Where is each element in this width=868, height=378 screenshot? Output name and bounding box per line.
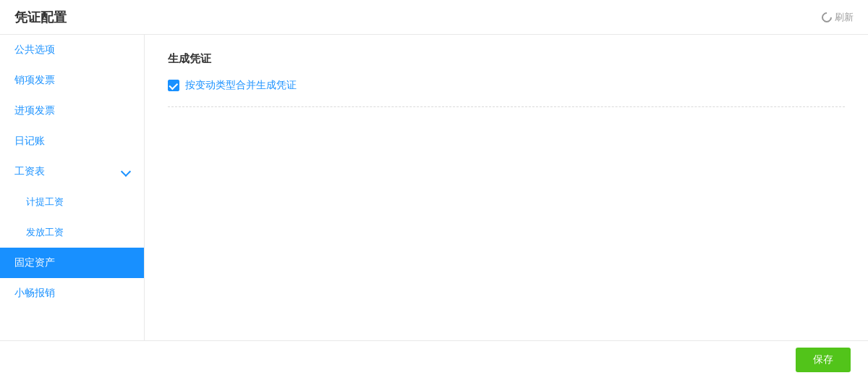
sidebar-item-journal[interactable]: 日记账: [0, 126, 144, 156]
main-layout: 公共选项 销项发票 进项发票 日记账 工资表 计提工资 发放工资 固定资产 小畅…: [0, 35, 868, 340]
sidebar-item-label: 计提工资: [26, 196, 64, 209]
divider: [168, 106, 845, 107]
sidebar-item-label: 固定资产: [14, 256, 55, 269]
sidebar-item-payroll-payment[interactable]: 发放工资: [0, 217, 144, 248]
refresh-label: 刷新: [835, 11, 854, 24]
save-button[interactable]: 保存: [796, 348, 851, 372]
refresh-button[interactable]: 刷新: [822, 11, 854, 24]
sidebar-item-fixed-assets[interactable]: 固定资产: [0, 248, 144, 278]
section-title: 生成凭证: [168, 52, 845, 66]
sidebar-item-label: 工资表: [14, 165, 45, 178]
sidebar-item-label: 日记账: [14, 135, 45, 148]
sidebar-item-label: 销项发票: [14, 74, 55, 87]
page-header: 凭证配置 刷新: [0, 0, 868, 35]
sidebar-item-label: 发放工资: [26, 226, 64, 239]
chevron-down-icon: [121, 167, 131, 177]
checkbox-label[interactable]: 按变动类型合并生成凭证: [185, 79, 297, 92]
content-area: 生成凭证 按变动类型合并生成凭证: [145, 35, 868, 340]
checkbox-row: 按变动类型合并生成凭证: [168, 79, 845, 92]
page-title: 凭证配置: [14, 9, 67, 26]
refresh-icon: [820, 10, 834, 25]
footer: 保存: [0, 340, 868, 378]
sidebar-item-sales-invoice[interactable]: 销项发票: [0, 65, 144, 96]
sidebar-item-public-options[interactable]: 公共选项: [0, 35, 144, 65]
sidebar-item-payroll-accrual[interactable]: 计提工资: [0, 187, 144, 217]
sidebar-item-purchase-invoice[interactable]: 进项发票: [0, 96, 144, 126]
sidebar-item-label: 公共选项: [14, 43, 55, 56]
sidebar: 公共选项 销项发票 进项发票 日记账 工资表 计提工资 发放工资 固定资产 小畅…: [0, 35, 145, 340]
sidebar-item-expense-report[interactable]: 小畅报销: [0, 278, 144, 308]
sidebar-item-payroll[interactable]: 工资表: [0, 156, 144, 187]
sidebar-item-label: 进项发票: [14, 104, 55, 117]
sidebar-item-label: 小畅报销: [14, 287, 55, 300]
merge-by-type-checkbox[interactable]: [168, 80, 179, 91]
